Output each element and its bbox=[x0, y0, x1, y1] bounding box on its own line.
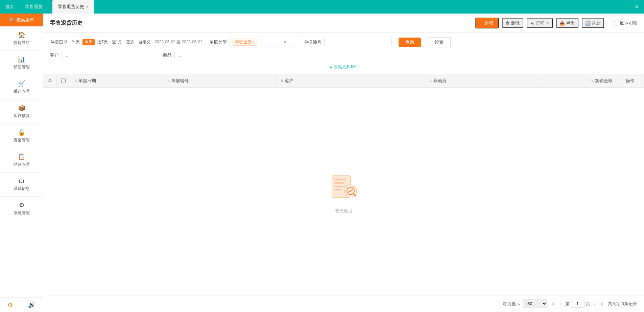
sort-docno-icon[interactable]: ⇅ bbox=[167, 79, 170, 83]
date-btn-1month[interactable]: 近1月 bbox=[111, 39, 124, 45]
sidebar-search-label: 搜索菜单 bbox=[17, 17, 34, 23]
date-btn-custom[interactable]: 自定义 bbox=[137, 39, 152, 45]
page-header: 零售退货历史 + 新增 🗑 删除 🖨 打印 ▼ 📤 导出 bbox=[43, 14, 644, 33]
first-page-btn[interactable]: ⟪ bbox=[550, 300, 557, 308]
filter-area: 单据日期 昨天 今天 近7天 近1月 更多 自定义 2023-06-02 至 2… bbox=[43, 33, 644, 74]
delete-button[interactable]: 🗑 删除 bbox=[502, 18, 523, 28]
goods-label: 商品 bbox=[163, 52, 172, 58]
export-icon: 📤 bbox=[559, 21, 565, 26]
svg-rect-3 bbox=[334, 186, 345, 187]
th-settings[interactable]: ⚙ bbox=[43, 75, 57, 87]
filter-doc-type: 单据类型 零售退货 × ▼ bbox=[209, 37, 297, 47]
collapse-label: 收起更多条件 bbox=[334, 64, 358, 70]
settings-button[interactable]: 设置 bbox=[428, 37, 451, 47]
type-tag-value: 零售退货 bbox=[235, 39, 251, 45]
tab-retail-return-history[interactable]: 零售退货历史 × bbox=[52, 0, 94, 14]
sidebar-item-purchase-label: 采购管理 bbox=[14, 89, 30, 94]
date-btn-7days[interactable]: 近7天 bbox=[96, 39, 109, 45]
type-tag: 零售退货 × bbox=[233, 39, 257, 46]
sidebar-item-system[interactable]: ⚙ 系统管理 bbox=[0, 197, 43, 221]
sidebar-item-operations-label: 经营管理 bbox=[14, 162, 30, 168]
date-btn-today[interactable]: 今天 bbox=[82, 39, 95, 45]
empty-state: 暂无数据 bbox=[43, 88, 644, 295]
query-button[interactable]: 查询 bbox=[399, 38, 421, 47]
filter-row-2: 客户 商品 bbox=[50, 51, 637, 59]
show-detail-checkbox[interactable] bbox=[614, 21, 618, 25]
tab-retail-return-close[interactable]: × bbox=[45, 4, 47, 9]
customer-input[interactable] bbox=[62, 51, 156, 59]
sort-guide-icon[interactable]: ⇅ bbox=[429, 79, 432, 83]
filter-date: 单据日期 昨天 今天 近7天 近1月 更多 自定义 2023-06-02 至 2… bbox=[50, 39, 202, 45]
table-settings-icon: ⚙ bbox=[48, 78, 52, 83]
th-amount-label: 实销金额 bbox=[595, 78, 613, 84]
type-tag-close[interactable]: × bbox=[252, 40, 255, 45]
export-button-label: 导出 bbox=[566, 20, 575, 26]
goods-input[interactable] bbox=[174, 51, 269, 59]
page-title: 零售退货历史 bbox=[50, 20, 82, 27]
sidebar-item-purchase[interactable]: 🛒 采购管理 bbox=[0, 75, 43, 99]
sidebar-search[interactable]: 🔍 搜索菜单 bbox=[0, 14, 43, 26]
sidebar-item-operations[interactable]: 📋 经营管理 bbox=[0, 148, 43, 173]
filter-goods: 商品 bbox=[163, 51, 269, 59]
sidebar-item-system-label: 系统管理 bbox=[14, 210, 30, 216]
home-icon: 🏠 bbox=[18, 31, 25, 39]
date-range-value: 2023-06-02 至 2023-06-02 bbox=[154, 39, 202, 45]
show-detail-checkbox-label[interactable]: 显示明细 bbox=[614, 20, 637, 26]
pagination: 每页显示 50 100 200 ⟪ ‹ 第 页 › ⟫ 共0页, 0条记录 bbox=[43, 295, 644, 312]
page-number-input[interactable] bbox=[571, 300, 585, 308]
main-layout: 🔍 搜索菜单 🏠 快捷导航 📊 销售管理 🛒 采购管理 📦 库存核算 🔒 bbox=[0, 14, 644, 312]
date-btn-more[interactable]: 更多 bbox=[125, 39, 136, 45]
refresh-button[interactable]: 🔄 刷新 bbox=[582, 18, 604, 28]
sidebar-item-sales[interactable]: 📊 销售管理 bbox=[0, 51, 43, 75]
settings-footer-icon[interactable]: ⚙ bbox=[7, 301, 13, 309]
system-icon: ⚙ bbox=[19, 201, 24, 209]
collapse-button[interactable]: ▲ 收起更多条件 bbox=[329, 64, 359, 70]
type-select[interactable]: 零售退货 × ▼ bbox=[230, 37, 297, 47]
app-close-icon[interactable]: × bbox=[635, 3, 639, 10]
print-button-label: 打印 bbox=[536, 20, 545, 26]
table-container: ⚙ ⇅ 单据日期 ⇅ 单据编号 ⇅ 客户 ⇅ bbox=[43, 74, 644, 295]
sidebar-item-finance[interactable]: 🔒 资金管理 bbox=[0, 124, 43, 148]
show-detail-label: 显示明细 bbox=[620, 20, 637, 26]
th-date: ⇅ 单据日期 bbox=[70, 74, 163, 87]
th-docno: ⇅ 单据编号 bbox=[163, 74, 277, 87]
th-ops: 操作 bbox=[617, 74, 644, 87]
sort-amount-icon[interactable]: ⇅ bbox=[591, 79, 594, 83]
tab-list: 首页 零售退货 × 零售退货历史 × bbox=[0, 0, 635, 14]
print-button[interactable]: 🖨 打印 ▼ bbox=[527, 18, 553, 28]
delete-icon: 🗑 bbox=[505, 21, 510, 26]
date-btn-yesterday[interactable]: 昨天 bbox=[70, 39, 81, 45]
search-icon: 🔍 bbox=[9, 18, 15, 23]
tab-retail-return-history-label: 零售退货历史 bbox=[58, 4, 84, 10]
refresh-icon: 🔄 bbox=[585, 21, 591, 26]
sidebar-item-inventory-label: 库存核算 bbox=[14, 113, 30, 119]
type-chevron-icon: ▼ bbox=[283, 40, 287, 45]
prev-page-btn[interactable]: ‹ bbox=[558, 300, 564, 308]
next-page-btn[interactable]: › bbox=[592, 300, 597, 308]
svg-rect-2 bbox=[334, 182, 344, 184]
sales-icon: 📊 bbox=[18, 55, 25, 63]
collapse-row: ▲ 收起更多条件 bbox=[50, 63, 637, 70]
svg-rect-4 bbox=[334, 189, 341, 191]
svg-rect-1 bbox=[334, 179, 346, 180]
sidebar-item-inventory[interactable]: 📦 库存核算 bbox=[0, 99, 43, 124]
export-button[interactable]: 📤 导出 bbox=[556, 18, 578, 28]
sort-date-icon[interactable]: ⇅ bbox=[74, 79, 77, 83]
sort-customer-icon[interactable]: ⇅ bbox=[281, 79, 283, 83]
top-bar: 首页 零售退货 × 零售退货历史 × × bbox=[0, 0, 644, 14]
tab-retail-return-history-close[interactable]: × bbox=[86, 4, 89, 9]
sidebar-item-basic-info[interactable]: 🗂 基础信息 bbox=[0, 173, 43, 197]
top-bar-close-area: × bbox=[635, 3, 644, 10]
last-page-btn[interactable]: ⟫ bbox=[598, 300, 605, 308]
th-checkbox[interactable] bbox=[57, 75, 70, 86]
tab-retail-return[interactable]: 零售退货 × bbox=[20, 0, 52, 14]
th-docno-label: 单据编号 bbox=[171, 78, 189, 84]
sidebar-item-sales-label: 销售管理 bbox=[14, 64, 30, 70]
doc-no-input[interactable] bbox=[324, 38, 392, 46]
tab-home[interactable]: 首页 bbox=[0, 0, 20, 14]
per-page-select[interactable]: 50 100 200 bbox=[523, 299, 547, 308]
volume-footer-icon[interactable]: 🔊 bbox=[28, 301, 35, 309]
new-button[interactable]: + 新增 bbox=[475, 18, 499, 28]
sidebar-item-quicknav[interactable]: 🏠 快捷导航 bbox=[0, 26, 43, 51]
select-all-checkbox[interactable] bbox=[61, 79, 66, 83]
